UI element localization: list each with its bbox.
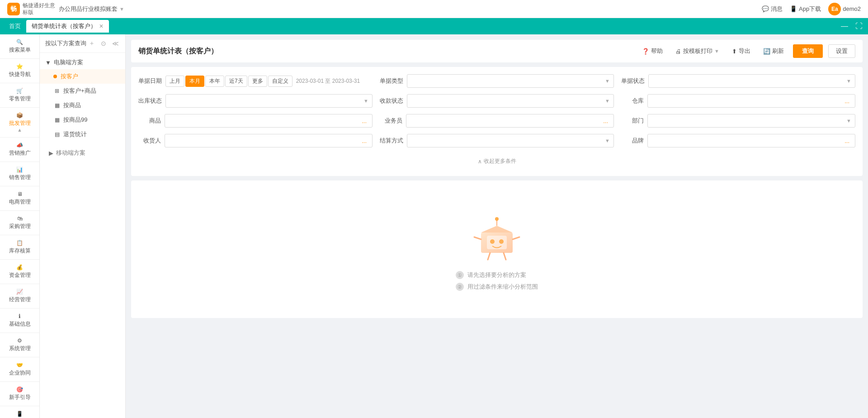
print-button[interactable]: 🖨 按模板打印 ▼ bbox=[672, 45, 723, 57]
tree-item-by-customer[interactable]: 按客户 bbox=[40, 69, 125, 84]
sidebar-item-retail[interactable]: 🛒 零售管理 bbox=[0, 83, 39, 108]
receiver-select[interactable]: ... bbox=[165, 134, 373, 147]
empty-illustration bbox=[470, 208, 524, 262]
sidebar-item-purchase[interactable]: 🛍 采购管理 bbox=[0, 211, 39, 235]
last-7-days-btn[interactable]: 近7天 bbox=[225, 76, 247, 87]
chevron-down-icon: ▼ bbox=[119, 6, 124, 12]
user-avatar[interactable]: Ea demo2 bbox=[828, 3, 861, 15]
avatar: Ea bbox=[828, 3, 841, 15]
edit-scheme-button[interactable]: ⊙ bbox=[99, 39, 108, 48]
goods-ellipsis-icon[interactable]: ... bbox=[360, 118, 368, 124]
doc-type-select[interactable]: ▼ bbox=[407, 74, 614, 88]
doc-type-label: 单据类型 bbox=[380, 77, 403, 85]
collapse-bar[interactable]: ∧ 收起更多条件 bbox=[138, 154, 855, 169]
app-download-button[interactable]: 📱 App下载 bbox=[790, 5, 821, 13]
message-button[interactable]: 💬 消息 bbox=[762, 5, 783, 13]
app-icon: 📱 bbox=[2, 411, 38, 417]
out-status-field: 出库状态 ▼ bbox=[138, 94, 373, 108]
out-status-select[interactable]: ▼ bbox=[165, 94, 373, 108]
collapse-icon: ∧ bbox=[478, 158, 482, 165]
tab-home[interactable]: 首页 bbox=[4, 20, 26, 33]
sidebar-item-quick-nav[interactable]: ⭐ 快捷导航 bbox=[0, 59, 39, 83]
salesperson-ellipsis-icon[interactable]: ... bbox=[601, 118, 610, 124]
export-icon: ⬆ bbox=[732, 48, 737, 55]
custom-date-btn[interactable]: 自定义 bbox=[268, 76, 292, 87]
add-scheme-button[interactable]: ＋ bbox=[87, 39, 96, 48]
sidebar-item-coop[interactable]: 🤝 企业协同 bbox=[0, 357, 39, 382]
sidebar-item-new-guide[interactable]: 🎯 新手引导 bbox=[0, 382, 39, 406]
pc-schemes-section: ▼ 电脑端方案 按客户 ⊞ 按客户+商品 ▦ 按商品 ▦ 按商品99 ▤ 退货统 bbox=[40, 53, 125, 144]
svg-point-3 bbox=[499, 239, 504, 244]
brand-label: 品牌 bbox=[621, 137, 644, 145]
warehouse-ellipsis-icon[interactable]: ... bbox=[843, 98, 851, 104]
sidebar-item-search-menu[interactable]: 🔍 搜索菜单 bbox=[0, 34, 39, 59]
coop-icon: 🤝 bbox=[2, 362, 38, 368]
tree-item-return-stats[interactable]: ▤ 退货统计 bbox=[40, 127, 125, 142]
warehouse-select[interactable]: ... bbox=[647, 94, 855, 108]
payment-select[interactable]: ▼ bbox=[407, 134, 614, 147]
sidebar-item-marketing[interactable]: 📣 营销推广 bbox=[0, 138, 39, 162]
tree-item-goods-99[interactable]: ▦ 按商品99 bbox=[40, 113, 125, 127]
marketing-icon: 📣 bbox=[2, 142, 38, 148]
sidebar-item-app-center[interactable]: 📱 应用中心 bbox=[0, 406, 39, 418]
sidebar-item-sales-mgmt[interactable]: 📊 销售管理 bbox=[0, 162, 39, 186]
sidebar-item-inventory[interactable]: 📋 库存核算 bbox=[0, 235, 39, 260]
sidebar-item-basic-info[interactable]: ℹ 基础信息 bbox=[0, 309, 39, 333]
payment-label: 结算方式 bbox=[380, 137, 403, 145]
salesperson-select[interactable]: ... bbox=[406, 114, 614, 128]
sidebar-item-operations[interactable]: 📈 经营管理 bbox=[0, 284, 39, 309]
settings-button[interactable]: 设置 bbox=[828, 44, 855, 58]
empty-tips: ① 请先选择要分析的方案 ② 用过滤条件来缩小分析范围 bbox=[456, 271, 538, 291]
sidebar-item-wholesale[interactable]: 📦 批发管理 ▲ bbox=[0, 108, 39, 138]
goods-field: 商品 ... bbox=[138, 114, 373, 128]
brand-ellipsis-icon[interactable]: ... bbox=[843, 138, 851, 144]
more-dates-btn[interactable]: 更多 bbox=[248, 76, 267, 87]
pc-schemes-header[interactable]: ▼ 电脑端方案 bbox=[40, 56, 125, 69]
query-button[interactable]: 查询 bbox=[793, 44, 823, 58]
tab-sales-stats[interactable]: 销货单统计表（按客户） ✕ bbox=[26, 20, 109, 33]
receipt-status-arrow-icon: ▼ bbox=[605, 98, 610, 104]
empty-tip-2: ② 用过滤条件来缩小分析范围 bbox=[456, 283, 538, 291]
brand-select[interactable]: ... bbox=[647, 134, 855, 147]
doc-status-select[interactable]: ▼ bbox=[648, 74, 855, 88]
receiver-ellipsis-icon[interactable]: ... bbox=[360, 138, 368, 144]
tab-close-icon[interactable]: ✕ bbox=[99, 23, 104, 29]
header-left: 畅 畅捷通好生意 标版 办公用品行业模拟账套 ▼ bbox=[7, 2, 124, 15]
main-layout: 🔍 搜索菜单 ⭐ 快捷导航 🛒 零售管理 📦 批发管理 ▲ 📣 营销推广 📊 销… bbox=[0, 34, 868, 418]
date-field: 单据日期 上月 本月 本年 近7天 更多 自定义 2023-03-01 至 20… bbox=[138, 76, 373, 87]
help-button[interactable]: ❓ 帮助 bbox=[638, 45, 666, 57]
table-icon: ▦ bbox=[53, 102, 61, 109]
this-year-btn[interactable]: 本年 bbox=[205, 76, 224, 87]
minimize-icon[interactable]: — bbox=[839, 20, 850, 32]
salesperson-label: 业务员 bbox=[380, 117, 402, 125]
receipt-status-select[interactable]: ▼ bbox=[407, 94, 614, 108]
sidebar-item-finance[interactable]: 💰 资金管理 bbox=[0, 260, 39, 284]
refresh-button[interactable]: 🔄 刷新 bbox=[760, 45, 788, 57]
sidebar-item-ecommerce[interactable]: 🖥 电商管理 bbox=[0, 186, 39, 211]
tree-item-by-goods[interactable]: ▦ 按商品 bbox=[40, 98, 125, 113]
export-button[interactable]: ⬆ 导出 bbox=[728, 45, 754, 57]
doc-status-field: 单据状态 ▼ bbox=[621, 74, 855, 88]
department-select[interactable]: ▼ bbox=[647, 114, 855, 128]
tab-bar-actions: — ⛶ bbox=[839, 20, 864, 32]
tree-item-customer-goods[interactable]: ⊞ 按客户+商品 bbox=[40, 84, 125, 98]
svg-line-6 bbox=[474, 237, 481, 239]
filter-row-3: 商品 ... 业务员 ... 部门 bbox=[138, 114, 855, 128]
sidebar-item-system[interactable]: ⚙ 系统管理 bbox=[0, 333, 39, 357]
collapse-panel-button[interactable]: ≪ bbox=[111, 39, 120, 48]
this-month-btn[interactable]: 本月 bbox=[185, 76, 204, 87]
print-arrow-icon: ▼ bbox=[714, 48, 719, 54]
payment-field: 结算方式 ▼ bbox=[380, 134, 614, 147]
svg-line-9 bbox=[504, 253, 506, 260]
company-selector[interactable]: 办公用品行业模拟账套 ▼ bbox=[59, 5, 124, 13]
last-month-btn[interactable]: 上月 bbox=[165, 76, 184, 87]
maximize-icon[interactable]: ⛶ bbox=[854, 20, 864, 32]
gear-icon: ⚙ bbox=[2, 337, 38, 344]
tab-bar: 首页 销货单统计表（按客户） ✕ — ⛶ bbox=[0, 18, 868, 34]
print-icon: 🖨 bbox=[675, 48, 681, 55]
goods-select[interactable]: ... bbox=[165, 114, 373, 128]
mobile-schemes-header[interactable]: ▶ 移动端方案 bbox=[40, 146, 125, 160]
filter-row-4: 收货人 ... 结算方式 ▼ 品牌 bbox=[138, 134, 855, 147]
date-range-text: 2023-03-01 至 2023-03-31 bbox=[296, 77, 360, 85]
header-right: 💬 消息 📱 App下载 Ea demo2 bbox=[762, 3, 861, 15]
